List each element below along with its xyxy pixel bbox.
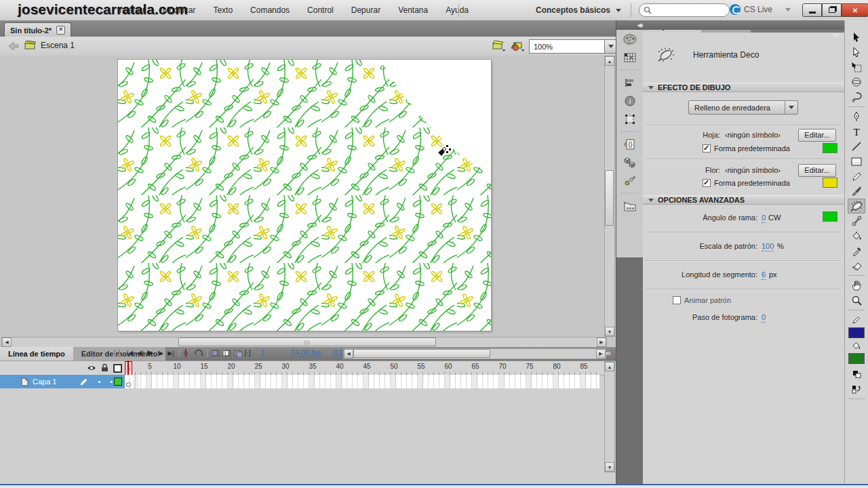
motion-presets-panel-icon[interactable] (616, 171, 644, 190)
selection-tool[interactable] (848, 30, 865, 45)
free-transform-tool[interactable] (848, 60, 865, 75)
menu-item-control[interactable]: Control (298, 5, 342, 15)
tab-timeline[interactable]: Línea de tiempo (0, 347, 73, 361)
scene-breadcrumb[interactable]: Escena 1 (24, 40, 75, 50)
layer-row[interactable]: Capa 1 • • (0, 375, 616, 388)
canvas-horizontal-scrollbar[interactable]: ◀ ||| ▶ (1, 337, 607, 347)
pencil-tool[interactable] (848, 169, 865, 184)
pattern-scale-value[interactable]: 100 (762, 241, 774, 251)
cs-live-button[interactable]: CS Live (730, 4, 791, 15)
branch-angle-value[interactable]: 0 (762, 213, 766, 223)
menu-item-depurar[interactable]: Depurar (342, 5, 389, 15)
stage[interactable] (118, 60, 491, 331)
layer-lock-dot[interactable]: • (110, 378, 113, 386)
step-forward-button[interactable]: |▶ (155, 350, 165, 357)
layer-name[interactable]: Capa 1 (33, 378, 56, 386)
scroll-up-icon[interactable]: ▲ (605, 56, 614, 66)
panel-menu-icon[interactable]: ▾≡ (833, 31, 839, 39)
scroll-up-icon[interactable]: ▲ (605, 362, 614, 371)
section-drawing-effect[interactable]: EFECTO DE DIBUJO (643, 83, 844, 92)
project-panel-icon[interactable] (616, 197, 644, 215)
center-frame-button[interactable] (182, 349, 189, 357)
hand-tool[interactable] (848, 278, 865, 293)
stroke-color-swatch[interactable] (848, 327, 865, 338)
play-button[interactable]: ▶ (146, 348, 155, 357)
info-panel-icon[interactable]: i (616, 92, 644, 110)
brush-tool[interactable] (848, 184, 865, 199)
canvas-pasteboard[interactable]: ◀ ||| ▶ ▲ ▼ (0, 56, 616, 347)
leaf-color-swatch[interactable] (823, 143, 837, 153)
scroll-down-icon[interactable]: ▼ (605, 327, 614, 336)
menu-item-comandos[interactable]: Comandos (241, 5, 298, 15)
text-tool[interactable]: T (848, 124, 865, 139)
align-panel-icon[interactable] (616, 73, 644, 92)
3d-rotation-tool[interactable] (848, 75, 865, 89)
flower-default-shape-checkbox[interactable]: Forma predeterminada (703, 178, 790, 188)
scrollbar-thumb[interactable] (605, 170, 614, 226)
swap-colors-button[interactable] (848, 382, 865, 396)
deco-tool[interactable] (848, 199, 865, 214)
menu-item-ayuda[interactable]: Ayuda (437, 5, 477, 15)
fill-color-swatch[interactable] (848, 353, 865, 364)
zoom-level-select[interactable]: 100% (529, 39, 617, 54)
pen-tool[interactable] (848, 109, 865, 124)
timeline-vertical-scrollbar[interactable]: ▲ ▼ (604, 361, 615, 472)
rectangle-tool[interactable] (848, 154, 865, 169)
menu-item-ventana[interactable]: Ventana (389, 5, 437, 15)
eyedropper-tool[interactable] (848, 243, 865, 258)
go-to-first-frame-button[interactable]: |◀ (125, 350, 135, 357)
stroke-color-pencil-icon[interactable] (848, 312, 865, 327)
scroll-down-icon[interactable]: ▼ (605, 462, 614, 472)
animate-pattern-checkbox[interactable]: Animar patrón (673, 296, 731, 305)
leaf-default-shape-checkbox[interactable]: Forma predeterminada (703, 144, 790, 153)
flower-color-swatch[interactable] (823, 178, 837, 188)
layer-frames-strip[interactable] (125, 375, 599, 389)
eraser-tool[interactable] (848, 258, 865, 273)
transform-panel-icon[interactable] (616, 110, 644, 128)
menu-item-texto[interactable]: Texto (204, 5, 241, 15)
canvas-vertical-scrollbar[interactable]: ▲ ▼ (604, 56, 615, 337)
empty-keyframe-icon[interactable] (126, 382, 131, 387)
line-tool[interactable] (848, 139, 865, 154)
color-panel-icon[interactable] (616, 30, 644, 48)
layer-outline-color-swatch[interactable] (114, 378, 122, 386)
pane-splitter-grip[interactable] (114, 350, 120, 357)
scroll-right-icon[interactable]: ▶ (596, 349, 606, 359)
show-hide-layers-icon[interactable] (87, 365, 96, 371)
effect-dropdown-button[interactable] (785, 101, 797, 114)
restore-button[interactable] (822, 3, 842, 17)
paint-bucket-tool[interactable] (848, 228, 865, 243)
edit-multiple-frames-button[interactable] (234, 349, 243, 357)
black-and-white-button[interactable] (848, 367, 865, 382)
workspace-switcher-button[interactable]: Conceptos básicos (536, 0, 621, 20)
current-frame-value[interactable]: 1 (260, 348, 264, 357)
subselection-tool[interactable] (848, 45, 865, 60)
components-panel-icon[interactable] (616, 153, 644, 171)
flower-edit-button[interactable]: Editar... (798, 164, 836, 177)
segment-length-value[interactable]: 6 (762, 270, 766, 280)
go-to-last-frame-button[interactable]: ▶| (165, 350, 176, 357)
lasso-tool[interactable] (848, 89, 865, 104)
fill-color-bucket-icon[interactable] (848, 338, 865, 353)
bone-tool[interactable] (848, 214, 865, 228)
modify-markers-button[interactable]: [·] (243, 349, 253, 357)
code-snippets-panel-icon[interactable]: {} (616, 135, 644, 153)
vine-pattern-artwork[interactable] (118, 60, 491, 331)
outline-layers-icon[interactable] (113, 364, 122, 373)
effect-select[interactable]: Relleno de enredadera (688, 100, 798, 115)
zoom-tool[interactable] (848, 293, 865, 308)
frame-rate-value[interactable]: 24,00 fps (291, 348, 321, 357)
minimize-button[interactable] (802, 3, 822, 17)
edit-scene-button[interactable] (492, 40, 506, 52)
frame-step-value[interactable]: 0 (762, 312, 766, 323)
scroll-right-icon[interactable]: ▶ (597, 338, 606, 347)
leaf-edit-button[interactable]: Editar... (798, 129, 836, 142)
timeline-empty-area[interactable] (0, 388, 604, 471)
branch-color-swatch[interactable] (823, 211, 837, 222)
lock-layers-icon[interactable] (101, 363, 108, 372)
timeline-horizontal-scrollbar[interactable]: ◀ ▶ (343, 348, 606, 359)
loop-button[interactable] (194, 349, 203, 357)
scrollbar-thumb[interactable]: ||| (178, 338, 436, 346)
section-advanced-options[interactable]: OPCIONES AVANZADAS (643, 195, 844, 205)
search-input[interactable] (639, 3, 730, 17)
